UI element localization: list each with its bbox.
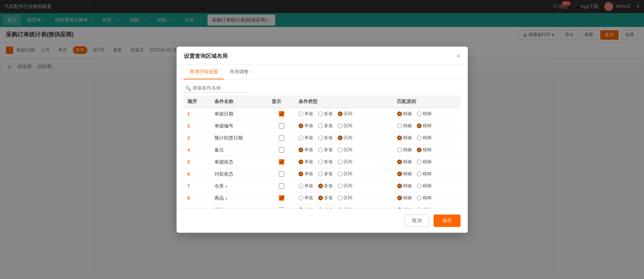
radio-fuzzy-input[interactable]	[417, 160, 422, 164]
radio-fuzzy[interactable]: 模糊	[417, 159, 431, 165]
radio-exact-input[interactable]	[397, 184, 402, 188]
modal-tab-query-fields[interactable]: 查询字段设置	[184, 65, 224, 79]
radio-multi-input[interactable]	[318, 184, 323, 188]
radio-fuzzy-input[interactable]	[417, 123, 422, 128]
radio-range-input[interactable]	[338, 123, 343, 128]
radio-range[interactable]: 区间	[338, 111, 352, 117]
radio-single-input[interactable]	[299, 184, 303, 188]
radio-exact[interactable]: 精确	[397, 147, 412, 153]
radio-range-input[interactable]	[338, 172, 343, 176]
radio-fuzzy[interactable]: 模糊	[417, 171, 431, 177]
radio-multi[interactable]: 多值	[318, 111, 333, 117]
radio-multi-input[interactable]	[318, 172, 323, 176]
radio-exact[interactable]: 精确	[397, 135, 412, 141]
radio-multi-input[interactable]	[318, 148, 323, 152]
display-checkbox[interactable]	[279, 147, 284, 153]
radio-single-input[interactable]	[299, 123, 303, 128]
radio-exact-input[interactable]	[397, 172, 402, 176]
radio-range[interactable]: 区间	[338, 195, 352, 201]
seq-number: 7	[187, 183, 190, 189]
radio-single[interactable]: 单值	[299, 111, 313, 117]
radio-fuzzy-input[interactable]	[417, 172, 422, 176]
radio-exact[interactable]: 精确	[397, 159, 412, 165]
radio-fuzzy[interactable]: 模糊	[417, 147, 431, 153]
display-checkbox[interactable]	[279, 159, 284, 165]
display-checkbox[interactable]	[279, 171, 284, 177]
display-checkbox[interactable]	[279, 123, 284, 129]
radio-single[interactable]: 单值	[299, 171, 313, 177]
display-checkbox[interactable]	[279, 111, 284, 117]
modal-tab-layout[interactable]: 布局调整	[224, 65, 254, 79]
radio-single-input[interactable]	[299, 148, 303, 152]
radio-exact[interactable]: 精确	[397, 195, 412, 201]
radio-single[interactable]: 单值	[299, 147, 313, 153]
save-btn[interactable]: 保存	[434, 215, 461, 227]
radio-exact-input[interactable]	[397, 160, 402, 164]
radio-fuzzy-input[interactable]	[417, 184, 422, 188]
radio-single[interactable]: 单值	[299, 183, 313, 189]
search-input[interactable]	[184, 84, 249, 93]
radio-range[interactable]: 区间	[338, 183, 352, 189]
radio-exact-input[interactable]	[397, 196, 402, 200]
radio-fuzzy[interactable]: 模糊	[417, 195, 431, 201]
radio-range-input[interactable]	[338, 135, 343, 140]
radio-multi[interactable]: 多值	[318, 171, 333, 177]
radio-exact[interactable]: 精确	[397, 183, 412, 189]
cell-match: 精确 模糊	[394, 168, 461, 180]
radio-fuzzy-input[interactable]	[417, 111, 422, 116]
radio-single-input[interactable]	[299, 172, 303, 176]
radio-exact-input[interactable]	[397, 111, 402, 116]
radio-single[interactable]: 单值	[299, 123, 313, 129]
radio-range-input[interactable]	[338, 184, 343, 188]
radio-range[interactable]: 区间	[338, 123, 352, 129]
radio-multi[interactable]: 多值	[318, 183, 333, 189]
radio-range[interactable]: 区间	[338, 171, 352, 177]
dropdown-arrow-icon[interactable]: ∨	[225, 184, 228, 188]
radio-multi[interactable]: 多值	[318, 147, 333, 153]
radio-single-input[interactable]	[299, 196, 303, 200]
radio-single-input[interactable]	[299, 111, 303, 116]
radio-range[interactable]: 区间	[338, 135, 352, 141]
cancel-btn[interactable]: 取消	[404, 215, 429, 227]
radio-fuzzy[interactable]: 模糊	[417, 123, 431, 129]
radio-fuzzy-input[interactable]	[417, 135, 422, 140]
radio-range-input[interactable]	[338, 160, 343, 164]
radio-single[interactable]: 单值	[299, 195, 313, 201]
radio-multi-input[interactable]	[318, 135, 323, 140]
radio-multi[interactable]: 多值	[318, 159, 333, 165]
radio-range[interactable]: 区间	[338, 147, 352, 153]
radio-multi[interactable]: 多值	[318, 135, 333, 141]
scroll-container[interactable]: 顺序 条件名称 显示 条件类型 匹配原则 1单据日期 单值 多值 区间 精确 模…	[184, 95, 461, 208]
radio-exact[interactable]: 精确	[397, 171, 412, 177]
radio-exact[interactable]: 精确	[397, 111, 412, 117]
radio-fuzzy[interactable]: 模糊	[417, 183, 431, 189]
radio-single[interactable]: 单值	[299, 159, 313, 165]
radio-exact-input[interactable]	[397, 135, 402, 140]
radio-exact-input[interactable]	[397, 123, 402, 128]
radio-fuzzy-input[interactable]	[417, 196, 422, 200]
radio-exact-input[interactable]	[397, 148, 402, 152]
radio-range-input[interactable]	[338, 196, 343, 200]
radio-range-input[interactable]	[338, 111, 343, 116]
radio-multi[interactable]: 多值	[318, 195, 333, 201]
modal-close-btn[interactable]: ×	[457, 52, 461, 60]
radio-multi-input[interactable]	[318, 196, 323, 200]
radio-multi-input[interactable]	[318, 160, 323, 164]
radio-fuzzy[interactable]: 模糊	[417, 111, 431, 117]
radio-fuzzy[interactable]: 模糊	[417, 135, 431, 141]
radio-range-input[interactable]	[338, 148, 343, 152]
radio-multi[interactable]: 多值	[318, 123, 333, 129]
display-checkbox[interactable]	[279, 183, 284, 189]
radio-single[interactable]: 单值	[299, 135, 313, 141]
radio-fuzzy-input[interactable]	[417, 148, 422, 152]
cell-seq: 7	[184, 180, 211, 192]
radio-single-input[interactable]	[299, 135, 303, 140]
radio-multi-input[interactable]	[318, 111, 323, 116]
radio-multi-input[interactable]	[318, 123, 323, 128]
display-checkbox[interactable]	[279, 195, 284, 201]
radio-range[interactable]: 区间	[338, 159, 352, 165]
display-checkbox[interactable]	[279, 135, 284, 141]
radio-exact[interactable]: 精确	[397, 123, 412, 129]
dropdown-arrow-icon[interactable]: ∨	[225, 196, 228, 200]
radio-single-input[interactable]	[299, 160, 303, 164]
